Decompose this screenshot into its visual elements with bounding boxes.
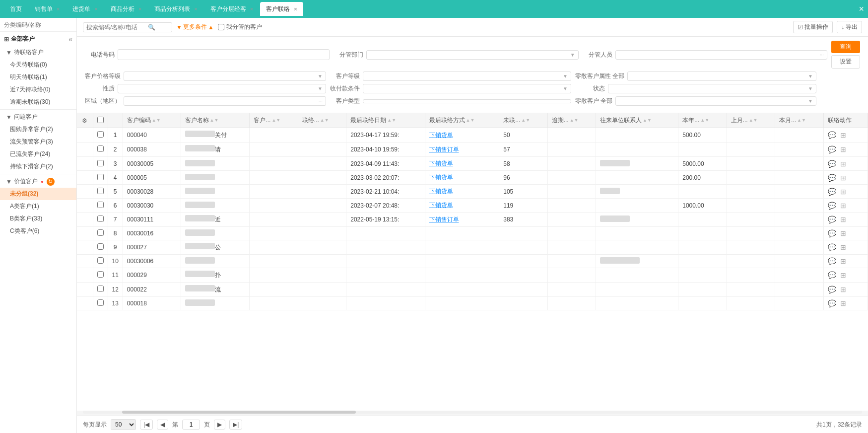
sidebar-item-today-pending[interactable]: 今天待联络(0)	[0, 59, 76, 71]
filter-payment-select[interactable]: ▼	[363, 84, 571, 93]
tab-product-analysis[interactable]: 商品分析 ×	[105, 2, 147, 16]
row-checkbox[interactable]	[97, 145, 104, 152]
next-page-btn[interactable]: ▶	[214, 420, 225, 430]
filter-status-select[interactable]: ▼	[608, 84, 816, 93]
grid-action-icon[interactable]: ⊞	[840, 299, 846, 307]
message-action-icon[interactable]: 💬	[828, 257, 836, 265]
filter-customer-type-select[interactable]	[363, 99, 571, 103]
message-action-icon[interactable]: 💬	[828, 229, 836, 237]
tab-sales[interactable]: 销售单 ×	[29, 2, 66, 16]
filter-retail-customer-select[interactable]: ▼	[615, 96, 816, 106]
filter-customer-grade-select[interactable]: ▼	[363, 72, 571, 81]
sidebar-item-declining[interactable]: 持续下滑客户(2)	[0, 160, 76, 173]
message-action-icon[interactable]: 💬	[828, 286, 836, 293]
col-overdue[interactable]: 逾期...▲▼	[547, 113, 596, 128]
grid-action-icon[interactable]: ⊞	[840, 202, 846, 210]
contact-method-link[interactable]: 下销货单	[429, 188, 453, 195]
message-action-icon[interactable]: 💬	[828, 243, 836, 251]
row-checkbox[interactable]	[97, 243, 104, 250]
row-checkbox[interactable]	[97, 202, 104, 208]
tab-customer-segment-close[interactable]: ×	[250, 6, 253, 12]
grid-action-icon[interactable]: ⊞	[840, 257, 846, 265]
message-action-icon[interactable]: 💬	[828, 271, 836, 279]
tab-customer-contact-close[interactable]: ×	[294, 6, 297, 12]
contact-method-link[interactable]: 下销售订单	[429, 216, 459, 223]
sidebar-group-problem[interactable]: ▼ 问题客户	[0, 111, 76, 123]
row-checkbox[interactable]	[97, 257, 104, 264]
col-no-contact[interactable]: 未联...▲▼	[499, 113, 547, 128]
sidebar-item-churn-warning[interactable]: 流失预警客户(3)	[0, 136, 76, 148]
col-last-contact-date[interactable]: 最后联络日期▲▼	[346, 113, 425, 128]
batch-operation-btn[interactable]: ☑ 批量操作	[793, 21, 833, 33]
filter-nature-select[interactable]: ▼	[118, 84, 326, 93]
grid-action-icon[interactable]: ⊞	[840, 229, 846, 237]
tab-sales-close[interactable]: ×	[57, 6, 60, 12]
all-customers-header[interactable]: ⊞ 全部客户 «	[0, 32, 76, 46]
tab-customer-segment[interactable]: 客户分层经客 ×	[204, 2, 259, 16]
grid-action-icon[interactable]: ⊞	[840, 243, 846, 251]
col-this-year[interactable]: 本年...▲▼	[678, 113, 727, 128]
row-checkbox[interactable]	[97, 271, 104, 278]
filter-dept-select[interactable]: ▼	[366, 50, 578, 60]
filter-region-select[interactable]: ···	[124, 96, 326, 106]
message-action-icon[interactable]: 💬	[828, 174, 836, 182]
page-input[interactable]	[182, 420, 200, 430]
grid-action-icon[interactable]: ⊞	[840, 131, 846, 139]
filter-price-grade-select[interactable]: ▼	[124, 72, 326, 81]
sidebar-collapse-icon[interactable]: «	[68, 35, 72, 43]
my-customers-checkbox-wrapper[interactable]: 我分管的客户	[218, 23, 262, 31]
grid-action-icon[interactable]: ⊞	[840, 160, 846, 168]
tab-home[interactable]: 首页	[4, 2, 28, 16]
col-checkbox-all[interactable]	[93, 113, 108, 128]
last-page-btn[interactable]: ▶|	[229, 420, 242, 430]
reset-button[interactable]: 设置	[831, 55, 860, 69]
query-button[interactable]: 查询	[831, 41, 860, 53]
sidebar-item-tomorrow-pending[interactable]: 明天待联络(1)	[0, 71, 76, 83]
col-type[interactable]: 客户...▲▼	[250, 113, 298, 128]
message-action-icon[interactable]: 💬	[828, 160, 836, 168]
col-this-month[interactable]: 本月...▲▼	[775, 113, 823, 128]
prev-page-btn[interactable]: ◀	[157, 420, 168, 430]
col-related-contact[interactable]: 往来单位联系人▲▼	[596, 113, 678, 128]
grid-action-icon[interactable]: ⊞	[840, 188, 846, 196]
col-last-contact-method[interactable]: 最后联络方式▲▼	[425, 113, 499, 128]
row-checkbox[interactable]	[97, 299, 104, 306]
sidebar-item-churned[interactable]: 已流失客户(24)	[0, 148, 76, 160]
grid-action-icon[interactable]: ⊞	[840, 174, 846, 182]
contact-method-link[interactable]: 下销货单	[429, 132, 453, 139]
filter-phone-input[interactable]	[118, 49, 330, 60]
message-action-icon[interactable]: 💬	[828, 131, 836, 139]
filter-search-input[interactable]	[86, 24, 146, 31]
sidebar-item-unclassified[interactable]: 未分组(32)	[0, 188, 76, 200]
contact-method-link[interactable]: 下销货单	[429, 174, 453, 181]
my-customers-checkbox[interactable]	[218, 24, 224, 30]
close-all-button[interactable]: ×	[859, 4, 864, 14]
sidebar-item-week-pending[interactable]: 近7天待联络(0)	[0, 83, 76, 96]
col-name[interactable]: 客户名称▲▼	[181, 113, 250, 128]
contact-method-link[interactable]: 下销售订单	[429, 146, 459, 153]
first-page-btn[interactable]: |◀	[140, 420, 153, 430]
refresh-icon[interactable]: ↻	[47, 178, 55, 186]
horizontal-scrollbar[interactable]	[83, 411, 862, 414]
message-action-icon[interactable]: 💬	[828, 216, 836, 223]
row-checkbox[interactable]	[97, 188, 104, 194]
filter-manager-select[interactable]: ···	[615, 50, 827, 60]
col-last-month[interactable]: 上月...▲▼	[727, 113, 775, 128]
row-checkbox[interactable]	[97, 216, 104, 222]
sidebar-item-abnormal[interactable]: 囤购异常客户(2)	[0, 123, 76, 136]
sidebar-group-value[interactable]: ▼ 价值客户 ● ↻	[0, 175, 76, 188]
filter-retail-attr-select[interactable]: ▼	[627, 72, 816, 81]
sidebar-item-overdue-contact[interactable]: 逾期未联络(30)	[0, 96, 76, 108]
row-checkbox[interactable]	[97, 229, 104, 236]
grid-action-icon[interactable]: ⊞	[840, 216, 846, 223]
row-checkbox[interactable]	[97, 160, 104, 166]
tab-product-analysis-list[interactable]: 商品分析列表 ×	[148, 2, 203, 16]
more-conditions-btn[interactable]: ▼ 更多条件 ▲	[176, 23, 214, 31]
message-action-icon[interactable]: 💬	[828, 145, 836, 153]
message-action-icon[interactable]: 💬	[828, 299, 836, 307]
select-all-checkbox[interactable]	[97, 117, 104, 123]
col-gear[interactable]: ⚙	[77, 113, 93, 128]
per-page-select[interactable]: 50 100	[111, 419, 136, 430]
sidebar-item-class-c[interactable]: C类客户(6)	[0, 225, 76, 237]
grid-action-icon[interactable]: ⊞	[840, 145, 846, 153]
